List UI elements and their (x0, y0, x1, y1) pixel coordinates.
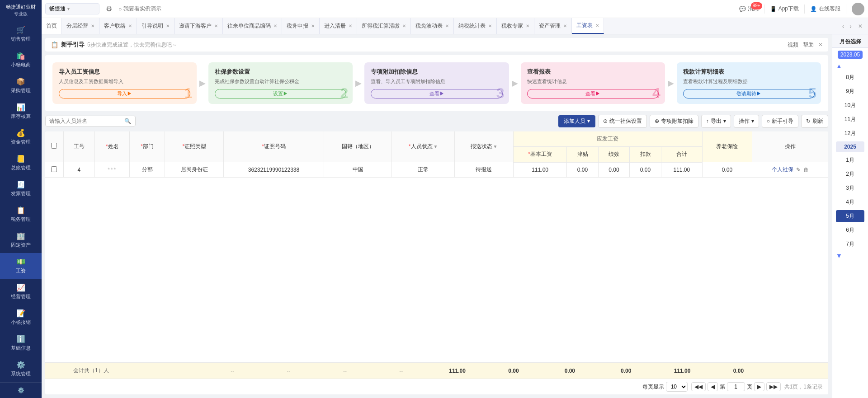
guide-video-btn[interactable]: 视频 (788, 41, 798, 49)
step-5-btn[interactable]: 敬请期待▶ (683, 89, 815, 98)
month-item-2[interactable]: 2月 (836, 168, 864, 180)
month-nav-up-btn[interactable]: ▲ (836, 62, 842, 70)
operate-label: 操作 (739, 117, 750, 125)
month-item-11[interactable]: 11月 (836, 113, 864, 126)
tab-tax-exempt-close[interactable]: ✕ (445, 23, 449, 28)
next-page-btn[interactable]: ▶ (754, 382, 764, 391)
export-btn[interactable]: ↑ 导出 ▾ (701, 115, 731, 128)
report-status-filter-icon[interactable]: ▼ (493, 144, 498, 149)
tab-tax-calc-close[interactable]: ✕ (402, 23, 406, 28)
sidebar-item-operation[interactable]: 📈 经营管理 (0, 279, 42, 304)
guide-help-btn[interactable]: 帮助 (803, 41, 814, 49)
sidebar-item-system[interactable]: ⚙️ 系统管理 (0, 356, 42, 382)
row-action-edit[interactable]: ✎ (796, 167, 801, 173)
tab-tax-report-close[interactable]: ✕ (311, 23, 315, 28)
search-input[interactable] (49, 118, 122, 124)
month-item-10[interactable]: 10月 (836, 99, 864, 112)
page-input[interactable] (727, 382, 745, 391)
tab-close-all-btn[interactable]: ✕ (855, 22, 865, 30)
tab-asset-mgmt-close[interactable]: ✕ (563, 23, 567, 28)
step-2-btn[interactable]: 设置▶ (215, 89, 346, 98)
tab-invite-close[interactable]: ✕ (214, 23, 218, 28)
tab-payroll[interactable]: 工资表 ✕ (572, 18, 604, 34)
step-1-btn[interactable]: 导入▶ (59, 89, 190, 98)
tab-guide-close[interactable]: ✕ (166, 23, 170, 28)
tab-prev-btn[interactable]: ‹ (840, 22, 846, 31)
month-item-1[interactable]: 1月 (836, 154, 864, 166)
sidebar-item-payroll[interactable]: 💵 工资 (0, 253, 42, 279)
add-person-chevron: ▾ (587, 118, 590, 124)
tab-guide[interactable]: 引导说明 ✕ (137, 18, 175, 34)
tab-tier-close[interactable]: ✕ (91, 23, 94, 28)
status-filter-icon[interactable]: ▼ (434, 144, 438, 149)
sidebar-item-finance[interactable]: 💰 资金管理 (0, 124, 42, 150)
first-page-btn[interactable]: ◀◀ (691, 382, 706, 391)
row-checkbox[interactable] (51, 166, 57, 172)
month-item-8[interactable]: 8月 (836, 71, 864, 84)
select-all-checkbox[interactable] (51, 143, 57, 149)
month-item-6[interactable]: 6月 (836, 224, 864, 236)
last-page-btn[interactable]: ▶▶ (766, 382, 781, 391)
month-item-9[interactable]: 9月 (836, 85, 864, 98)
sidebar-item-basic[interactable]: ℹ️ 基础信息 (0, 330, 42, 356)
per-page-select[interactable]: 10 20 50 (666, 382, 688, 392)
step-4-btn[interactable]: 查看▶ (527, 89, 659, 98)
tab-customer-close[interactable]: ✕ (128, 23, 132, 28)
newhand-guide-btn[interactable]: ○ 新手引导 (762, 115, 798, 128)
sidebar-item-ledger[interactable]: 📒 总账管理 (0, 150, 42, 176)
topbar-settings-btn[interactable]: ⚙ (103, 4, 115, 14)
sidebar-item-sales[interactable]: 🛒 销售管理 (0, 21, 42, 47)
tab-tax-calc[interactable]: 所得税汇算清缴 ✕ (357, 18, 411, 34)
tab-next-btn[interactable]: › (848, 22, 854, 31)
sidebar-item-assets[interactable]: 🏢 固定资产 (0, 227, 42, 253)
row-action-social[interactable]: 个人社保 (772, 166, 793, 173)
add-person-btn[interactable]: 添加人员 ▾ (558, 115, 595, 127)
sidebar-item-report[interactable]: 📝 小畅报销 (0, 304, 42, 330)
topbar-online-service-btn[interactable]: 👤 在线客服 (810, 5, 840, 13)
sidebar-item-tax[interactable]: 📋 税务管理 (0, 201, 42, 227)
guide-close-btn[interactable]: ✕ (818, 42, 823, 48)
tab-tax-report[interactable]: 税务申报 ✕ (282, 18, 320, 34)
user-avatar[interactable] (852, 3, 864, 15)
guide-bar: 📋 新手引导 5步快速完成设置，快去完善信息吧～ 视频 帮助 ✕ (45, 38, 828, 52)
refresh-btn[interactable]: ↻ 刷新 (801, 115, 828, 128)
tab-payroll-close[interactable]: ✕ (595, 23, 599, 28)
step-3-btn[interactable]: 查看▶ (371, 89, 502, 98)
tab-invite[interactable]: 邀请下游客户 ✕ (175, 18, 223, 34)
search-icon[interactable]: 🔍 (124, 118, 131, 124)
month-item-7[interactable]: 7月 (836, 238, 864, 250)
sidebar-item-inventory[interactable]: 📊 库存核算 (0, 98, 42, 124)
tab-asset-mgmt[interactable]: 资产管理 ✕ (534, 18, 572, 34)
tab-tax-expert[interactable]: 税收专家 ✕ (497, 18, 534, 34)
tab-clearance-close[interactable]: ✕ (349, 23, 352, 28)
sidebar-item-invoice[interactable]: 🧾 发票管理 (0, 176, 42, 201)
special-deduction-btn[interactable]: ⊕ 专项附加扣除 (650, 115, 698, 128)
month-item-4[interactable]: 4月 (836, 196, 864, 208)
sidebar-item-purchase[interactable]: 📦 采购管理 (0, 73, 42, 98)
tab-customer[interactable]: 客户联络 ✕ (99, 18, 137, 34)
table-scroll-area[interactable]: 工号 *姓名 *部门 *证照类型 *证照号码 国籍（地区） *人员状态▼ 报送状… (45, 131, 828, 363)
sidebar-item-ecommerce[interactable]: 🛍️ 小畅电商 (0, 47, 42, 73)
month-item-5[interactable]: 5月 (836, 210, 864, 222)
month-item-12[interactable]: 12月 (836, 127, 864, 140)
tab-tax-stat[interactable]: 纳税统计表 ✕ (454, 18, 497, 34)
tab-product-code-close[interactable]: ✕ (274, 23, 277, 28)
prev-page-btn[interactable]: ◀ (708, 382, 718, 391)
demo-link[interactable]: ○ 我要看实例演示 (118, 5, 161, 13)
tab-tier[interactable]: 分层经营 ✕ (62, 18, 99, 34)
social-security-btn[interactable]: ⊙ 统一社保设置 (598, 115, 647, 128)
operate-btn[interactable]: 操作 ▾ (734, 115, 759, 128)
tab-tax-stat-close[interactable]: ✕ (488, 23, 492, 28)
tab-product-code[interactable]: 往来单位商品编码 ✕ (223, 18, 282, 34)
tab-home[interactable]: 首页 (42, 18, 62, 34)
tab-tax-exempt[interactable]: 税免波动表 ✕ (411, 18, 454, 34)
tab-clearance[interactable]: 进入清册 ✕ (320, 18, 357, 34)
month-item-3[interactable]: 3月 (836, 182, 864, 194)
tab-tax-expert-close[interactable]: ✕ (526, 23, 529, 28)
sidebar-settings-btn[interactable]: ⚙️ (0, 382, 42, 398)
topbar-app-download-btn[interactable]: 📱 App下载 (770, 5, 799, 13)
row-action-delete[interactable]: 🗑 (803, 167, 809, 173)
topbar-msg-btn[interactable]: 💬 消息 99+ (739, 5, 759, 13)
company-selector[interactable]: 畅捷通 ▾ (45, 3, 99, 14)
month-nav-down-btn[interactable]: ▼ (836, 252, 842, 259)
